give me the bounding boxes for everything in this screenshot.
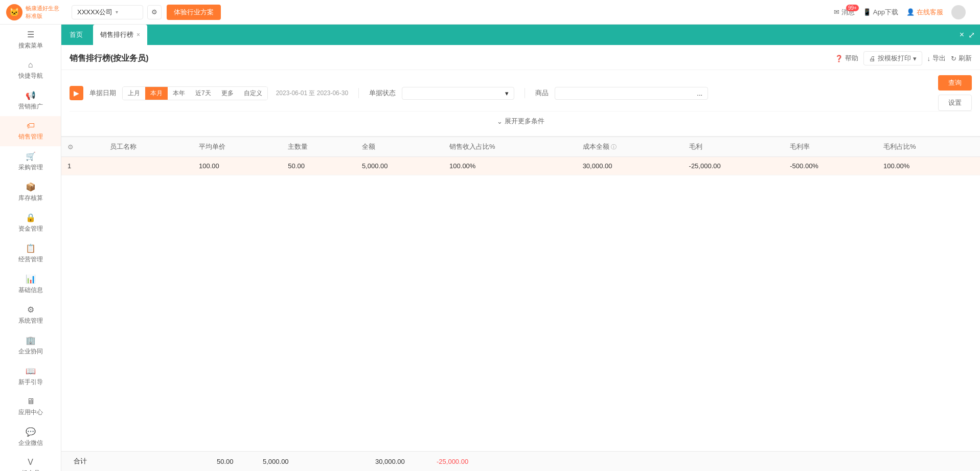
filter-expand-arrow[interactable]: ▶ bbox=[70, 86, 83, 100]
settings-icon[interactable]: ⚙ bbox=[147, 5, 162, 19]
notification-count: 99+ bbox=[846, 5, 859, 11]
sidebar-item-member[interactable]: V 畅会员 bbox=[0, 453, 61, 471]
date-custom[interactable]: 自定义 bbox=[239, 87, 267, 100]
tab-sales-ranking[interactable]: 销售排行榜 × bbox=[93, 25, 147, 45]
sidebar-item-operations[interactable]: 📋 经营管理 bbox=[0, 238, 61, 269]
query-settings-col: 查询 设置 bbox=[938, 75, 972, 111]
settings-button[interactable]: 设置 bbox=[938, 95, 972, 111]
enterprise-icon: 🏢 bbox=[26, 335, 36, 345]
tab-close-button[interactable]: × bbox=[960, 30, 964, 40]
sidebar-item-quick-nav[interactable]: ⌂ 快捷导航 bbox=[0, 55, 61, 85]
chevron-down-icon: ▾ bbox=[116, 9, 118, 15]
notification-button[interactable]: ✉ 消息 99+ bbox=[834, 8, 855, 17]
query-button[interactable]: 查询 bbox=[938, 75, 972, 91]
date-cur-month[interactable]: 本月 bbox=[145, 87, 168, 100]
sidebar-item-finance[interactable]: 🔒 资金管理 bbox=[0, 208, 61, 238]
date-more[interactable]: 更多 bbox=[216, 87, 239, 100]
help-button[interactable]: ❓ 帮助 bbox=[835, 54, 858, 63]
col-profit: 毛利 bbox=[683, 137, 784, 157]
sidebar-item-wechat[interactable]: 💬 企业微信 bbox=[0, 422, 61, 453]
tab-bar: 首页 销售排行榜 × × ⤢ bbox=[61, 25, 980, 45]
date-label: 单据日期 bbox=[89, 88, 116, 98]
sidebar-item-sales[interactable]: 🏷 销售管理 bbox=[0, 116, 61, 146]
finance-icon: 🔒 bbox=[26, 213, 36, 222]
sidebar-item-inventory[interactable]: 📦 库存核算 bbox=[0, 177, 61, 208]
sidebar-item-enterprise[interactable]: 🏢 企业协同 bbox=[0, 330, 61, 361]
sidebar-item-label: 经营管理 bbox=[18, 255, 43, 264]
date-range: 2023-06-01 至 2023-06-30 bbox=[276, 89, 348, 98]
date-7days[interactable]: 近7天 bbox=[190, 87, 216, 100]
sidebar-item-basic-info[interactable]: 📊 基础信息 bbox=[0, 269, 61, 300]
print-dropdown-icon: ▾ bbox=[913, 55, 917, 62]
operations-icon: 📋 bbox=[26, 243, 36, 253]
filter-divider-2 bbox=[525, 88, 525, 98]
goods-more-icon: ... bbox=[697, 89, 702, 97]
col-settings[interactable]: ⚙ bbox=[61, 137, 104, 157]
logo-text: 畅康通好生意 标准版 bbox=[26, 5, 59, 19]
goods-input[interactable]: ... bbox=[555, 87, 708, 100]
inventory-icon: 📦 bbox=[26, 182, 36, 192]
sidebar-item-label: 资金管理 bbox=[18, 225, 43, 233]
tab-maximize-button[interactable]: ⤢ bbox=[968, 30, 975, 40]
col-quantity: 主数量 bbox=[282, 137, 356, 157]
tab-bar-right: × ⤢ bbox=[960, 30, 980, 40]
page-actions: ❓ 帮助 🖨 按模板打印 ▾ ↓ 导出 ↻ 刷新 bbox=[835, 51, 972, 65]
help-icon: ❓ bbox=[835, 55, 843, 62]
avatar[interactable] bbox=[951, 5, 966, 19]
top-bar-right: ✉ 消息 99+ 📱 App下载 👤 在线客服 bbox=[834, 5, 974, 19]
expand-row: ⌄ 展开更多条件 bbox=[70, 111, 972, 131]
col-settings-icon[interactable]: ⚙ bbox=[67, 143, 74, 151]
page-header: 销售排行榜(按业务员) ❓ 帮助 🖨 按模板打印 ▾ ↓ 导出 bbox=[61, 45, 980, 70]
expand-more-button[interactable]: ⌄ 展开更多条件 bbox=[494, 114, 548, 129]
date-prev-month[interactable]: 上月 bbox=[123, 87, 145, 100]
sidebar-item-label: 新手引导 bbox=[18, 378, 43, 387]
print-button[interactable]: 🖨 按模板打印 ▾ bbox=[863, 51, 922, 65]
content-area: 首页 销售排行榜 × × ⤢ 销售排行榜(按业务员) ❓ 帮助 bbox=[61, 25, 980, 471]
system-icon: ⚙ bbox=[27, 305, 34, 315]
search-menu-icon: ☰ bbox=[27, 30, 34, 39]
online-service-button[interactable]: 👤 在线客服 bbox=[906, 8, 943, 17]
main-area: ☰ 搜索菜单 ⌂ 快捷导航 📢 营销推广 🏷 销售管理 🛒 采购管理 📦 库 bbox=[0, 25, 980, 471]
sidebar-item-marketing[interactable]: 📢 营销推广 bbox=[0, 85, 61, 116]
logo-icon: 🐱 bbox=[6, 4, 22, 20]
sidebar-item-system[interactable]: ⚙ 系统管理 bbox=[0, 300, 61, 330]
footer-cost: 30,000.00 bbox=[369, 458, 430, 465]
basic-info-icon: 📊 bbox=[26, 274, 36, 284]
cell-quantity: 50.00 bbox=[282, 157, 356, 175]
home-icon: ⌂ bbox=[28, 60, 33, 70]
filter-area: ▶ 单据日期 上月 本月 本年 近7天 更多 自定义 2023-06-01 至 … bbox=[61, 70, 980, 137]
company-selector[interactable]: XXXXX公司 ▾ bbox=[72, 5, 143, 19]
tab-label: 销售排行榜 bbox=[100, 30, 133, 39]
wechat-icon: 💬 bbox=[26, 427, 36, 437]
date-cur-year[interactable]: 本年 bbox=[168, 87, 190, 100]
tab-home[interactable]: 首页 bbox=[61, 25, 91, 45]
message-icon: ✉ bbox=[834, 8, 839, 16]
tab-close-icon[interactable]: × bbox=[136, 31, 140, 38]
status-label: 单据状态 bbox=[369, 88, 396, 98]
goods-label: 商品 bbox=[535, 88, 549, 98]
sidebar-item-guide[interactable]: 📖 新手引导 bbox=[0, 361, 61, 392]
col-sales-pct: 销售收入占比% bbox=[443, 137, 577, 157]
cell-profit-rate: -500.00% bbox=[784, 157, 877, 175]
status-select[interactable]: ▾ bbox=[402, 87, 514, 100]
cell-sales-pct: 100.00% bbox=[443, 157, 577, 175]
guide-icon: 📖 bbox=[26, 366, 36, 376]
app-download-button[interactable]: 📱 App下载 bbox=[863, 8, 898, 17]
sidebar-item-search[interactable]: ☰ 搜索菜单 bbox=[0, 25, 61, 55]
export-button[interactable]: ↓ 导出 bbox=[927, 54, 946, 63]
sidebar-item-label: 系统管理 bbox=[18, 317, 43, 325]
sidebar-item-app-center[interactable]: 🖥 应用中心 bbox=[0, 392, 61, 422]
col-profit-pct: 毛利占比% bbox=[877, 137, 980, 157]
footer-quantity: 50.00 bbox=[211, 458, 257, 465]
print-icon: 🖨 bbox=[869, 55, 876, 62]
page-title: 销售排行榜(按业务员) bbox=[70, 53, 835, 64]
sidebar-item-purchase[interactable]: 🛒 采购管理 bbox=[0, 146, 61, 177]
cost-info-icon[interactable]: ⓘ bbox=[611, 144, 617, 150]
trial-button[interactable]: 体验行业方案 bbox=[167, 5, 221, 20]
sidebar-item-label: 库存核算 bbox=[18, 194, 43, 203]
filter-row-1: ▶ 单据日期 上月 本月 本年 近7天 更多 自定义 2023-06-01 至 … bbox=[70, 75, 972, 111]
col-name: 员工名称 bbox=[104, 137, 193, 157]
cell-profit: -25,000.00 bbox=[683, 157, 784, 175]
refresh-button[interactable]: ↻ 刷新 bbox=[951, 54, 972, 63]
cell-cost: 30,000.00 bbox=[577, 157, 683, 175]
